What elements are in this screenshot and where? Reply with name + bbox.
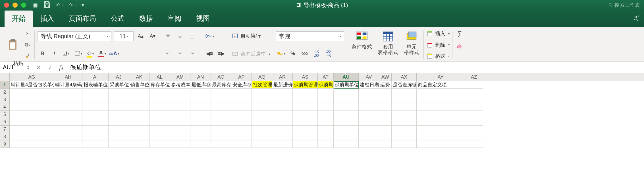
- cell-AM3[interactable]: [170, 96, 190, 103]
- column-header-AN[interactable]: AN: [190, 73, 211, 81]
- cell-AJ2[interactable]: [109, 89, 129, 96]
- close-window-button[interactable]: [4, 3, 9, 8]
- cell-AZ5[interactable]: [465, 111, 483, 118]
- cell-AG8[interactable]: [10, 133, 54, 140]
- cell-AO9[interactable]: [211, 140, 231, 148]
- cell-AG5[interactable]: [10, 111, 54, 118]
- cell-AJ7[interactable]: [109, 126, 129, 133]
- cell-AK7[interactable]: [129, 126, 149, 133]
- cell-AJ5[interactable]: [109, 111, 129, 118]
- cell-AN5[interactable]: [190, 111, 211, 118]
- tab-view[interactable]: 视图: [189, 11, 217, 27]
- fill-color-button[interactable]: ◇▾: [85, 49, 95, 58]
- cell-AU3[interactable]: [334, 96, 359, 103]
- cell-AX2[interactable]: [392, 89, 417, 96]
- align-bottom-button[interactable]: [187, 32, 197, 40]
- cell-AY4[interactable]: [417, 103, 465, 111]
- cell-AT9[interactable]: [318, 140, 334, 148]
- cell-AI2[interactable]: [82, 89, 109, 96]
- percent-button[interactable]: %: [288, 49, 298, 58]
- cell-AZ3[interactable]: [465, 96, 483, 103]
- cell-AV5[interactable]: [359, 111, 379, 118]
- minimize-window-button[interactable]: [13, 3, 18, 8]
- cell-AW9[interactable]: [379, 140, 392, 148]
- copy-icon[interactable]: ⧉ ▾: [23, 41, 32, 49]
- cancel-formula-button[interactable]: ✕: [33, 64, 44, 71]
- row-header-1[interactable]: 1: [0, 81, 10, 89]
- cell-AS3[interactable]: [293, 96, 318, 103]
- column-header-AS[interactable]: AS: [293, 73, 318, 81]
- column-header-AQ[interactable]: AQ: [252, 73, 272, 81]
- tab-insert[interactable]: 插入: [33, 11, 61, 27]
- cell-AG2[interactable]: [10, 89, 54, 96]
- cell-AS6[interactable]: [293, 118, 318, 126]
- row-header-8[interactable]: 8: [0, 133, 10, 140]
- cell-AY7[interactable]: [417, 126, 465, 133]
- cell-AN8[interactable]: [190, 133, 211, 140]
- cell-AK5[interactable]: [129, 111, 149, 118]
- tab-page-layout[interactable]: 页面布局: [61, 11, 103, 27]
- cell-AW5[interactable]: [379, 111, 392, 118]
- cell-AT3[interactable]: [318, 96, 334, 103]
- column-header-AH[interactable]: AH: [54, 73, 82, 81]
- cell-AH7[interactable]: [54, 126, 82, 133]
- tab-formulas[interactable]: 公式: [103, 11, 132, 27]
- cell-AS8[interactable]: [293, 133, 318, 140]
- orientation-button[interactable]: ⟳ab▾: [205, 32, 214, 40]
- cell-AP8[interactable]: [231, 133, 252, 140]
- cell-AW3[interactable]: [379, 96, 392, 103]
- column-header-AT[interactable]: AT: [318, 73, 334, 81]
- formula-input[interactable]: [67, 64, 644, 71]
- cell-AR9[interactable]: [272, 140, 293, 148]
- column-header-AJ[interactable]: AJ: [109, 73, 129, 81]
- cell-AG6[interactable]: [10, 118, 54, 126]
- cell-AS2[interactable]: [293, 89, 318, 96]
- cell-AY5[interactable]: [417, 111, 465, 118]
- cell-AG7[interactable]: [10, 126, 54, 133]
- clear-button[interactable]: [455, 41, 464, 50]
- cell-AX1[interactable]: 是否走冻链: [392, 81, 417, 89]
- cell-AV2[interactable]: [359, 89, 379, 96]
- cell-AY9[interactable]: [417, 140, 465, 148]
- cell-AQ6[interactable]: [252, 118, 272, 126]
- cell-AR7[interactable]: [272, 126, 293, 133]
- cell-AP1[interactable]: 安全库存: [231, 81, 252, 89]
- cell-AZ9[interactable]: [465, 140, 483, 148]
- cell-AX8[interactable]: [392, 133, 417, 140]
- cell-AX7[interactable]: [392, 126, 417, 133]
- cell-AT2[interactable]: [318, 89, 334, 96]
- cell-AN9[interactable]: [190, 140, 211, 148]
- cell-AG1[interactable]: 辅计量4是否包装单位: [10, 81, 54, 89]
- cell-AH6[interactable]: [54, 118, 82, 126]
- zoom-window-button[interactable]: [21, 3, 26, 8]
- format-as-table-button[interactable]: 套用 表格格式: [376, 29, 400, 60]
- conditional-formatting-button[interactable]: 条件格式: [350, 29, 374, 60]
- cell-AG3[interactable]: [10, 96, 54, 103]
- cell-AM5[interactable]: [170, 111, 190, 118]
- cell-AR5[interactable]: [272, 111, 293, 118]
- align-left-button[interactable]: [163, 49, 173, 58]
- tab-data[interactable]: 数据: [132, 11, 160, 27]
- autosum-button[interactable]: ∑: [455, 29, 464, 38]
- cell-AO3[interactable]: [211, 96, 231, 103]
- cell-AI9[interactable]: [82, 140, 109, 148]
- cell-AU1[interactable]: 保质期单位: [334, 81, 359, 89]
- cell-AY1[interactable]: 商品自定义项: [417, 81, 465, 89]
- cell-AS9[interactable]: [293, 140, 318, 148]
- fx-button[interactable]: fx: [56, 64, 67, 71]
- cell-AR3[interactable]: [272, 96, 293, 103]
- save-icon[interactable]: [43, 1, 51, 10]
- cell-AP6[interactable]: [231, 118, 252, 126]
- cell-AT5[interactable]: [318, 111, 334, 118]
- redo-icon[interactable]: ↷ ▾: [69, 2, 76, 8]
- cell-AW7[interactable]: [379, 126, 392, 133]
- cell-AX6[interactable]: [392, 118, 417, 126]
- cell-AI6[interactable]: [82, 118, 109, 126]
- cell-AW1[interactable]: 运费: [379, 81, 392, 89]
- cell-AZ8[interactable]: [465, 133, 483, 140]
- cell-AO1[interactable]: 最高库存: [211, 81, 231, 89]
- cell-AX9[interactable]: [392, 140, 417, 148]
- cell-AM8[interactable]: [170, 133, 190, 140]
- accept-formula-button[interactable]: ✓: [44, 64, 56, 71]
- cell-AK2[interactable]: [129, 89, 149, 96]
